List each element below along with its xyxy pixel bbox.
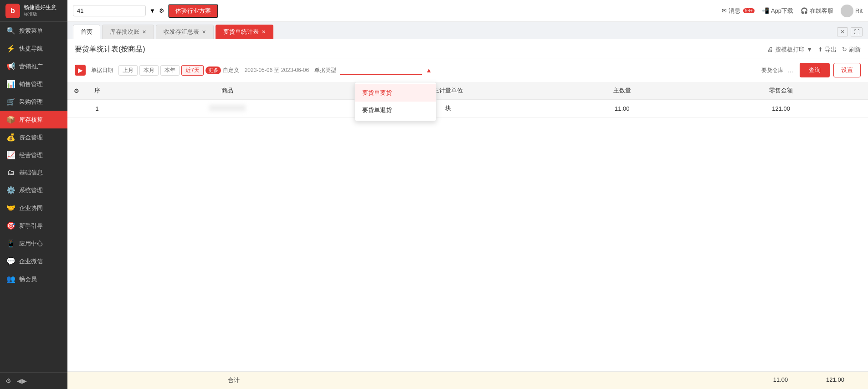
print-action[interactable]: 🖨 按模板打印 ▼ <box>767 46 812 54</box>
filter-warehouse-section: 要货仓库 … <box>761 66 794 74</box>
dropdown-arrow-icon[interactable]: ▼ <box>149 7 155 14</box>
footer-total-amount: 121.00 <box>808 376 863 384</box>
table-footer: 合计 11.00 121.00 <box>67 371 868 389</box>
topbar-right: ✉ 消息 99+ 📲 App下载 🎧 在线客服 Rit <box>722 5 863 17</box>
promo-button[interactable]: 体验行业方案 <box>168 4 218 18</box>
col-qty: 主数量 <box>550 82 694 100</box>
filter-bar: ▶ 单据日期 上月 本月 本年 近7天 更多 自定义 2023-05-06 至 … <box>67 58 868 82</box>
custom-date-btn[interactable]: 自定义 <box>223 67 239 74</box>
online-service-label: 在线客服 <box>810 7 833 15</box>
sidebar-item-inventory[interactable]: 📦 库存核算 <box>0 111 67 128</box>
tab-receipt-summary-label: 收发存汇总表 <box>164 28 199 36</box>
sidebar-item-marketing[interactable]: 📢 营销推广 <box>0 57 67 75</box>
inventory-icon: 📦 <box>6 115 15 124</box>
sidebar-item-guide[interactable]: 🎯 新手引导 <box>0 217 67 235</box>
sidebar-item-label: 企业协同 <box>19 204 43 212</box>
this-year-btn[interactable]: 本年 <box>160 65 180 76</box>
sidebar-footer: ⚙ ◀▶ <box>0 372 67 389</box>
sidebar-item-label: 库存核算 <box>19 116 43 124</box>
messages-item[interactable]: ✉ 消息 99+ <box>722 7 755 15</box>
sidebar-item-finance[interactable]: 💰 资金管理 <box>0 128 67 146</box>
wecom-icon: 💬 <box>6 257 15 266</box>
sidebar-item-basic-info[interactable]: 🗂 基础信息 <box>0 164 67 181</box>
warehouse-more-icon[interactable]: … <box>787 66 794 74</box>
col-amount: 零售金额 <box>694 82 868 100</box>
type-filter-value[interactable] <box>340 66 422 75</box>
main-content: ▼ ⚙ 体验行业方案 ✉ 消息 99+ 📲 App下载 🎧 在线客服 Rit <box>67 0 868 389</box>
refresh-action[interactable]: ↻ 刷新 <box>842 46 861 54</box>
this-month-btn[interactable]: 本月 <box>139 65 159 76</box>
filter-toggle-button[interactable]: ▶ <box>75 65 86 76</box>
settings-button[interactable]: 设置 <box>833 63 861 77</box>
finance-icon: 💰 <box>6 133 15 142</box>
app-download-label: App下载 <box>771 7 793 15</box>
topbar-input[interactable] <box>73 5 146 16</box>
tab-order-stats[interactable]: 要货单统计表 ✕ <box>216 25 273 39</box>
sidebar-item-system[interactable]: ⚙️ 系统管理 <box>0 181 67 199</box>
marketing-icon: 📢 <box>6 62 15 71</box>
user-name: Rit <box>855 7 863 14</box>
basic-info-icon: 🗂 <box>6 169 15 177</box>
tab-batch-account-close[interactable]: ✕ <box>142 29 146 35</box>
messages-count: 99+ <box>743 8 755 13</box>
col-product: 商品 <box>108 82 346 100</box>
collapse-icon[interactable]: ◀▶ <box>17 377 27 384</box>
sidebar-item-operations[interactable]: 📈 经营管理 <box>0 146 67 164</box>
gear-icon[interactable]: ⚙ <box>159 7 164 14</box>
query-button[interactable]: 查询 <box>800 63 830 77</box>
enterprise-icon: 🤝 <box>6 204 15 212</box>
date-filter-label: 单据日期 <box>91 67 113 74</box>
tab-home[interactable]: 首页 <box>73 25 100 39</box>
sidebar-item-sales[interactable]: 📊 销售管理 <box>0 75 67 93</box>
tab-order-stats-close[interactable]: ✕ <box>262 29 266 35</box>
sidebar-item-shortcut[interactable]: ⚡ 快捷导航 <box>0 40 67 57</box>
row-product <box>108 100 346 118</box>
member-icon: 👥 <box>6 275 15 283</box>
tab-receipt-summary-close[interactable]: ✕ <box>202 29 206 35</box>
sidebar-item-label: 新手引导 <box>19 222 43 230</box>
last-month-btn[interactable]: 上月 <box>118 65 138 76</box>
refresh-label: 刷新 <box>849 46 861 54</box>
window-maximize-button[interactable]: ⛶ <box>851 27 863 36</box>
sidebar-item-label: 资金管理 <box>19 133 43 142</box>
type-dropdown-up-icon[interactable]: ▲ <box>426 67 432 74</box>
sidebar-item-wecom[interactable]: 💬 企业微信 <box>0 252 67 270</box>
print-label: 按模板打印 <box>775 46 805 54</box>
window-close-button[interactable]: ✕ <box>837 27 848 36</box>
download-icon: 📲 <box>762 7 769 14</box>
refresh-icon: ↻ <box>842 46 847 53</box>
topbar: ▼ ⚙ 体验行业方案 ✉ 消息 99+ 📲 App下载 🎧 在线客服 Rit <box>67 0 868 22</box>
dropdown-item-order[interactable]: 要货单要货 <box>355 84 436 102</box>
sidebar-item-search[interactable]: 🔍 搜索菜单 <box>0 22 67 40</box>
tab-receipt-summary[interactable]: 收发存汇总表 ✕ <box>156 25 214 39</box>
col-settings[interactable]: ⚙ <box>67 82 86 100</box>
warehouse-filter-label: 要货仓库 <box>761 67 783 74</box>
app-download-item[interactable]: 📲 App下载 <box>762 7 793 15</box>
export-action[interactable]: ⬆ 导出 <box>818 46 837 54</box>
guide-icon: 🎯 <box>6 221 15 230</box>
tab-batch-account[interactable]: 库存批次账 ✕ <box>102 25 154 39</box>
sidebar-item-label: 经营管理 <box>19 151 43 159</box>
export-icon: ⬆ <box>818 46 823 53</box>
more-dates-badge[interactable]: 更多 <box>205 67 221 74</box>
flash-icon: ⚡ <box>6 44 15 53</box>
sales-icon: 📊 <box>6 80 15 88</box>
tab-order-stats-label: 要货单统计表 <box>223 28 259 36</box>
last-7-days-btn[interactable]: 近7天 <box>181 65 204 76</box>
settings-icon[interactable]: ⚙ <box>5 377 11 384</box>
online-service-item[interactable]: 🎧 在线客服 <box>801 7 833 15</box>
sidebar-item-member[interactable]: 👥 畅会员 <box>0 270 67 288</box>
user-item[interactable]: Rit <box>841 5 863 17</box>
sidebar-item-app-center[interactable]: 📱 应用中心 <box>0 235 67 252</box>
sidebar-item-label: 销售管理 <box>19 80 43 88</box>
sidebar-item-purchase[interactable]: 🛒 采购管理 <box>0 93 67 111</box>
sidebar: b 畅捷通好生意 标准版 🔍 搜索菜单 ⚡ 快捷导航 📢 营销推广 📊 销售管理… <box>0 0 67 389</box>
footer-label: 合计 <box>137 376 240 384</box>
filter-actions: 查询 设置 <box>800 63 861 77</box>
dropdown-order-label: 要货单要货 <box>362 89 392 96</box>
sidebar-item-enterprise[interactable]: 🤝 企业协同 <box>0 199 67 217</box>
dropdown-item-return[interactable]: 要货单退货 <box>355 102 436 119</box>
search-icon: 🔍 <box>6 26 15 35</box>
page-title: 要货单统计表(按商品) <box>75 45 145 54</box>
sidebar-nav: 🔍 搜索菜单 ⚡ 快捷导航 📢 营销推广 📊 销售管理 🛒 采购管理 📦 库存核… <box>0 22 67 372</box>
